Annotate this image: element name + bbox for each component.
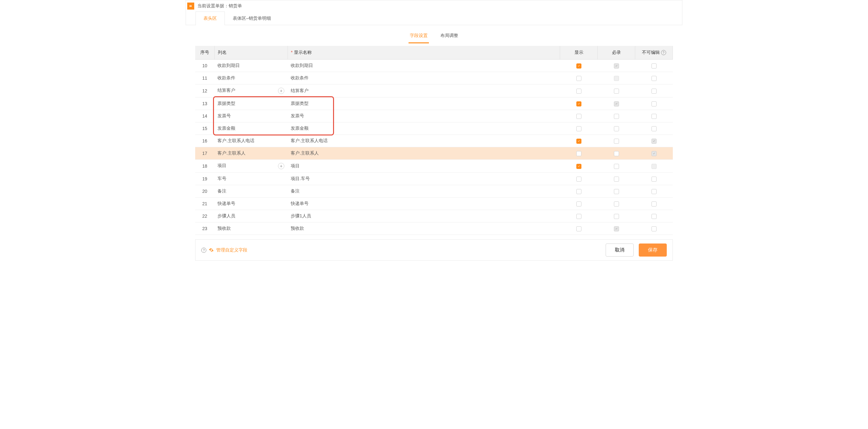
cancel-button[interactable]: 取消 bbox=[606, 244, 633, 257]
sub-tab-0[interactable]: 字段设置 bbox=[408, 30, 429, 44]
tab-0[interactable]: 表头区 bbox=[195, 11, 225, 25]
checkbox[interactable] bbox=[651, 189, 657, 194]
checkbox[interactable] bbox=[651, 89, 657, 94]
cell-display-name[interactable]: 收款条件 bbox=[287, 72, 560, 84]
checkbox bbox=[614, 226, 619, 231]
cell-display-name[interactable]: 步骤1人员 bbox=[287, 210, 560, 223]
checkbox[interactable] bbox=[576, 201, 582, 206]
checkbox[interactable] bbox=[651, 226, 657, 231]
checkbox[interactable] bbox=[576, 226, 582, 231]
table-row: 19车号项目.车号 bbox=[195, 173, 673, 185]
cell-required bbox=[598, 147, 635, 160]
cell-display-name[interactable]: 结算客户 bbox=[287, 84, 560, 97]
cell-readonly bbox=[635, 198, 673, 210]
help-icon[interactable]: ? bbox=[661, 50, 666, 55]
help-icon[interactable]: ? bbox=[201, 248, 206, 253]
col-show: 显示 bbox=[560, 46, 598, 60]
cell-readonly bbox=[635, 160, 673, 173]
checkbox[interactable] bbox=[576, 177, 582, 182]
checkbox[interactable] bbox=[576, 126, 582, 131]
checkbox[interactable] bbox=[651, 214, 657, 219]
checkbox[interactable] bbox=[614, 89, 619, 94]
checkbox bbox=[651, 164, 657, 169]
cell-display-name[interactable]: 快递单号 bbox=[287, 198, 560, 210]
cell-show bbox=[560, 135, 598, 147]
cell-seq: 17 bbox=[195, 147, 214, 160]
table-row: 10收款到期日收款到期日 bbox=[195, 60, 673, 72]
cell-display-name[interactable]: 备注 bbox=[287, 185, 560, 198]
checkbox[interactable] bbox=[614, 214, 619, 219]
cell-display-name[interactable]: 发票号 bbox=[287, 110, 560, 122]
cell-show bbox=[560, 60, 598, 72]
checkbox[interactable] bbox=[576, 102, 582, 107]
save-button[interactable]: 保存 bbox=[639, 244, 667, 257]
cell-seq: 16 bbox=[195, 135, 214, 147]
checkbox[interactable] bbox=[614, 139, 619, 144]
cell-display-name[interactable]: 发票金额 bbox=[287, 122, 560, 135]
manage-custom-fields-link[interactable]: 管理自定义字段 bbox=[216, 247, 247, 253]
table-row: 13票据类型票据类型 bbox=[195, 97, 673, 110]
cell-name: 结算客户+ bbox=[214, 84, 287, 97]
checkbox[interactable] bbox=[614, 151, 619, 156]
checkbox[interactable] bbox=[614, 177, 619, 182]
checkbox[interactable] bbox=[651, 201, 657, 206]
checkbox[interactable] bbox=[651, 76, 657, 81]
table-row: 12结算客户+结算客户 bbox=[195, 84, 673, 97]
footer-bar: ? 管理自定义字段 取消 保存 bbox=[195, 239, 673, 261]
checkbox[interactable] bbox=[614, 189, 619, 194]
cell-readonly bbox=[635, 185, 673, 198]
current-doc-label: 当前设置单据：销货单 bbox=[197, 3, 242, 9]
checkbox[interactable] bbox=[576, 76, 582, 81]
cell-show bbox=[560, 84, 598, 97]
cell-readonly bbox=[635, 147, 673, 160]
checkbox[interactable] bbox=[614, 126, 619, 131]
checkbox[interactable] bbox=[576, 164, 582, 169]
checkbox[interactable] bbox=[614, 164, 619, 169]
cell-seq: 22 bbox=[195, 210, 214, 223]
checkbox[interactable] bbox=[651, 102, 657, 107]
cell-show bbox=[560, 210, 598, 223]
cell-name: 发票号 bbox=[214, 110, 287, 122]
cell-required bbox=[598, 198, 635, 210]
cell-display-name[interactable]: 预收款 bbox=[287, 223, 560, 235]
col-name: 列名 bbox=[214, 46, 287, 60]
tab-1[interactable]: 表体区–销货单明细 bbox=[225, 11, 279, 25]
cell-display-name[interactable]: 收款到期日 bbox=[287, 60, 560, 72]
add-icon[interactable]: + bbox=[278, 163, 284, 169]
cell-readonly bbox=[635, 60, 673, 72]
checkbox[interactable] bbox=[576, 189, 582, 194]
cell-required bbox=[598, 84, 635, 97]
checkbox[interactable] bbox=[576, 139, 582, 144]
cell-display-name[interactable]: 项目 bbox=[287, 160, 560, 173]
cell-show bbox=[560, 72, 598, 84]
checkbox[interactable] bbox=[576, 214, 582, 219]
collapse-toggle[interactable] bbox=[187, 3, 194, 9]
checkbox[interactable] bbox=[651, 114, 657, 119]
cell-required bbox=[598, 223, 635, 235]
checkbox bbox=[614, 102, 619, 107]
cell-required bbox=[598, 185, 635, 198]
cell-readonly bbox=[635, 173, 673, 185]
sub-tabs: 字段设置布局调整 bbox=[186, 25, 682, 44]
cell-display-name[interactable]: 项目.车号 bbox=[287, 173, 560, 185]
cell-seq: 14 bbox=[195, 110, 214, 122]
col-required: 必录 bbox=[598, 46, 635, 60]
cell-required bbox=[598, 60, 635, 72]
cell-display-name[interactable]: 票据类型 bbox=[287, 97, 560, 110]
checkbox[interactable] bbox=[614, 201, 619, 206]
checkbox[interactable] bbox=[576, 114, 582, 119]
checkbox[interactable] bbox=[614, 114, 619, 119]
cell-display-name[interactable]: 客户.主联系人 bbox=[287, 147, 560, 160]
cell-display-name[interactable]: 客户.主联系人电话 bbox=[287, 135, 560, 147]
cell-required bbox=[598, 160, 635, 173]
cell-show bbox=[560, 110, 598, 122]
sub-tab-1[interactable]: 布局调整 bbox=[439, 30, 460, 44]
checkbox[interactable] bbox=[651, 63, 657, 68]
checkbox[interactable] bbox=[651, 126, 657, 131]
checkbox[interactable] bbox=[576, 89, 582, 94]
checkbox[interactable] bbox=[576, 63, 582, 68]
checkbox[interactable] bbox=[651, 177, 657, 182]
add-icon[interactable]: + bbox=[278, 88, 284, 94]
checkbox[interactable] bbox=[576, 151, 582, 156]
cell-seq: 20 bbox=[195, 185, 214, 198]
